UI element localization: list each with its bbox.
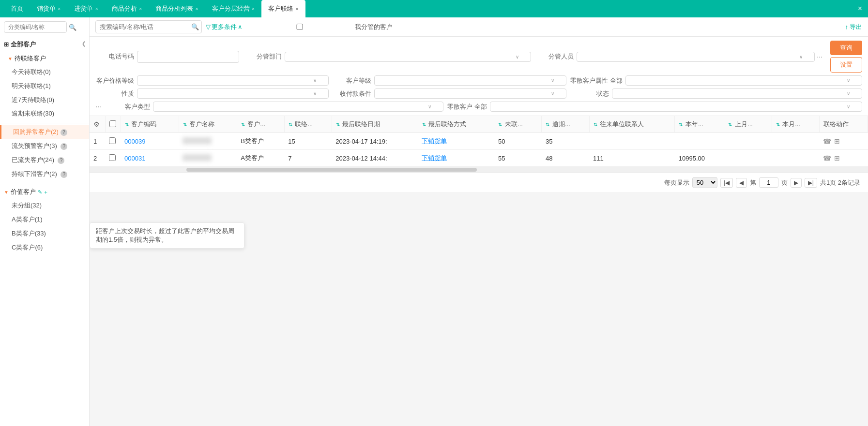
col-settings[interactable]: ⚙: [90, 116, 105, 133]
nav-customer-contact[interactable]: 客户联络 ×: [261, 0, 305, 17]
close-all-tabs[interactable]: ×: [858, 4, 862, 13]
filter-search-icon[interactable]: 🔍: [191, 23, 199, 30]
row1-grid-icon[interactable]: ⊞: [834, 137, 840, 145]
retail-attr-select[interactable]: ∨: [625, 75, 862, 86]
row2-grid-icon[interactable]: ⊞: [834, 154, 840, 162]
select-all-checkbox[interactable]: [109, 120, 116, 127]
col-last-date[interactable]: ⇅ 最后联络日期: [332, 116, 418, 133]
horizontal-scrollbar[interactable]: [90, 167, 868, 173]
customer-level-chevron: ∨: [551, 78, 554, 83]
current-page-input[interactable]: [759, 177, 778, 188]
sidebar-search-input[interactable]: [4, 21, 67, 33]
first-page-btn[interactable]: |◀: [720, 178, 733, 188]
sidebar-class-a[interactable]: A类客户(1): [0, 213, 89, 227]
nav-home[interactable]: 首页: [4, 0, 30, 17]
advanced-filter: 电话号码 分管部门 ∨ 分管人员 ∨ ··· 查询: [90, 37, 868, 116]
customer-type-select[interactable]: ∨: [153, 102, 443, 112]
export-button[interactable]: ↑ 导出: [845, 23, 863, 31]
nav-product-analysis-list[interactable]: 商品分析列表 ×: [149, 0, 205, 17]
phone-input[interactable]: [137, 51, 239, 63]
col-overdue[interactable]: ⇅ 逾期...: [542, 116, 589, 133]
sidebar-declining[interactable]: 持续下滑客户(2) ?: [0, 167, 89, 181]
sidebar-overdue-pending[interactable]: 逾期未联络(30): [0, 107, 89, 121]
sidebar-today-pending[interactable]: 今天待联络(0): [0, 65, 89, 79]
sidebar-class-b[interactable]: B类客户(33): [0, 227, 89, 241]
row1-checkbox[interactable]: [105, 133, 121, 150]
help-icon[interactable]: ?: [61, 129, 67, 136]
row1-phone-icon[interactable]: ☎: [823, 137, 831, 145]
query-button[interactable]: 查询: [830, 41, 862, 55]
filter-dots[interactable]: ···: [95, 103, 102, 111]
sidebar-tomorrow-pending[interactable]: 明天待联络(1): [0, 79, 89, 93]
sidebar-unclassified[interactable]: 未分组(32): [0, 199, 89, 213]
row2-checkbox[interactable]: [105, 150, 121, 167]
col-code[interactable]: ⇅ 客户编码: [121, 116, 179, 133]
retail-customer-select[interactable]: ∨: [490, 102, 862, 112]
row1-last-method[interactable]: 下销货单: [418, 133, 494, 150]
manager-more[interactable]: ···: [817, 53, 822, 60]
col-type[interactable]: ⇅ 客户...: [237, 116, 284, 133]
col-this-month[interactable]: ⇅ 本月...: [772, 116, 819, 133]
close-sales-tab[interactable]: ×: [58, 6, 61, 12]
scroll-thumb[interactable]: [186, 168, 477, 172]
last-page-btn[interactable]: ▶|: [805, 178, 817, 188]
sidebar-pending-group[interactable]: ▼ 待联络客户: [0, 52, 89, 65]
row2-this-month: [772, 150, 819, 167]
help-icon-4[interactable]: ?: [61, 171, 67, 178]
manager-select[interactable]: ∨: [577, 52, 815, 62]
customer-level-select[interactable]: ∨: [374, 75, 566, 86]
search-input[interactable]: [95, 20, 202, 33]
sidebar-class-c[interactable]: C类客户(6): [0, 241, 89, 255]
col-this-year[interactable]: ⇅ 本年...: [675, 116, 724, 133]
nav-customer-segmentation[interactable]: 客户分层经营 ×: [205, 0, 261, 17]
nav-purchase[interactable]: 进货单 ×: [67, 0, 105, 17]
my-customers-checkbox[interactable]: 我分管的客户: [246, 23, 393, 31]
row2-code[interactable]: 000031: [121, 150, 179, 167]
row2-phone-icon[interactable]: ☎: [823, 154, 831, 162]
nav-product-analysis[interactable]: 商品分析 ×: [105, 0, 149, 17]
close-purchase-tab[interactable]: ×: [95, 6, 98, 12]
sidebar-search-icon[interactable]: 🔍: [69, 24, 76, 31]
gear-icon[interactable]: ⚙: [93, 120, 100, 128]
row1-code[interactable]: 000039: [121, 133, 179, 150]
close-customer-seg-tab[interactable]: ×: [252, 6, 255, 12]
add-value-group-icon[interactable]: ＋: [43, 189, 48, 196]
retail-customer-label: 零散客户 全部: [447, 103, 487, 111]
my-customers-check[interactable]: [246, 24, 353, 30]
col-uncontacted[interactable]: ⇅ 未联...: [494, 116, 542, 133]
help-icon-3[interactable]: ?: [58, 157, 64, 164]
prev-page-btn[interactable]: ◀: [736, 178, 747, 188]
sidebar-7day-pending[interactable]: 近7天待联络(0): [0, 93, 89, 107]
col-partner-contact[interactable]: ⇅ 往来单位联系人: [589, 116, 675, 133]
row1-check[interactable]: [109, 137, 116, 144]
sidebar-value-group[interactable]: ▼ 价值客户 ✎ ＋: [0, 185, 89, 199]
dept-chevron: ∨: [516, 54, 519, 59]
payment-select[interactable]: ∨: [374, 88, 566, 99]
total-records: 共1页 2条记录: [820, 178, 860, 187]
per-page-select[interactable]: 50 100 200: [692, 177, 717, 188]
sidebar-all-customers[interactable]: ⊞ 全部客户 《: [0, 37, 89, 52]
close-product-analysis-list-tab[interactable]: ×: [195, 6, 198, 12]
sidebar-repurchase-abnormal[interactable]: 回购异常客户(2) ?: [0, 125, 89, 139]
dept-select[interactable]: ∨: [285, 52, 531, 62]
edit-value-group-icon[interactable]: ✎: [38, 189, 42, 195]
row2-last-method[interactable]: 下销货单: [418, 150, 494, 167]
nature-select[interactable]: ∨: [137, 88, 329, 99]
sidebar-lost-pre[interactable]: 流失预警客户(3) ?: [0, 139, 89, 153]
more-conditions-btn[interactable]: ▽ 更多条件 ∧: [206, 23, 243, 31]
col-last-month[interactable]: ⇅ 上月...: [724, 116, 772, 133]
nav-sales[interactable]: 销货单 ×: [30, 0, 67, 17]
price-level-select[interactable]: ∨: [137, 75, 329, 86]
sidebar-already-lost[interactable]: 已流失客户(24) ?: [0, 153, 89, 167]
settings-button[interactable]: 设置: [830, 57, 862, 73]
close-product-analysis-tab[interactable]: ×: [139, 6, 142, 12]
col-contact-count[interactable]: ⇅ 联络...: [284, 116, 332, 133]
col-name[interactable]: ⇅ 客户名称: [179, 116, 237, 133]
status-select[interactable]: ∨: [612, 88, 862, 99]
row2-check[interactable]: [109, 154, 116, 161]
close-customer-contact-tab[interactable]: ×: [295, 6, 298, 12]
next-page-btn[interactable]: ▶: [791, 178, 802, 188]
help-icon-2[interactable]: ?: [61, 143, 67, 150]
col-checkbox[interactable]: [105, 116, 121, 133]
col-last-method[interactable]: ⇅ 最后联络方式: [418, 116, 494, 133]
